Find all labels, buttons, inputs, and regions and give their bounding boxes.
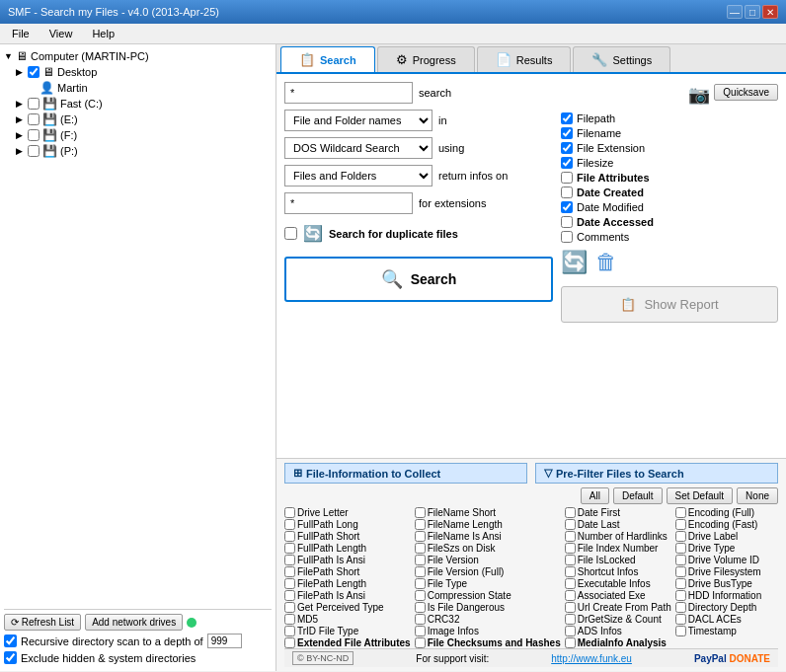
exclude-hidden-checkbox[interactable]: [4, 651, 17, 664]
close-button[interactable]: ✕: [762, 5, 778, 19]
recursive-scan-checkbox[interactable]: [4, 635, 17, 647]
cb-filepath-length-check[interactable]: [284, 578, 295, 589]
cb-timestamp-check[interactable]: [675, 626, 686, 636]
filesize-checkbox[interactable]: [561, 157, 573, 169]
tree-item-desktop[interactable]: ▶ 🖥 Desktop: [4, 64, 272, 80]
tree-check-e[interactable]: [28, 113, 39, 125]
tree-item-p[interactable]: ▶ 💾 (P:): [4, 143, 272, 159]
cb-file-islocked-check[interactable]: [565, 555, 576, 565]
all-button[interactable]: All: [581, 487, 609, 504]
cb-drgetsize-check[interactable]: [565, 614, 576, 625]
cb-hdd-info-check[interactable]: [675, 590, 686, 601]
cb-md5-check[interactable]: [284, 614, 295, 625]
cb-filename-short-check[interactable]: [415, 507, 426, 518]
search-in-select[interactable]: File and Folder names File names Folder …: [284, 110, 432, 131]
tree-item-computer[interactable]: ▼ 🖥 Computer (MARTIN-PC): [4, 48, 272, 64]
camera-icon[interactable]: 📷: [688, 84, 710, 106]
tree-item-martin[interactable]: 👤 Martin: [4, 80, 272, 96]
dateaccessed-checkbox[interactable]: [561, 216, 573, 228]
refresh-list-button[interactable]: ⟳ Refresh List: [4, 614, 81, 631]
cb-num-hardlinks-check[interactable]: [565, 531, 576, 542]
cb-shortcut-infos-check[interactable]: [565, 566, 576, 577]
tab-search[interactable]: 📋 Search: [280, 46, 375, 72]
filepath-checkbox[interactable]: [561, 112, 573, 124]
cb-image-infos-check[interactable]: [415, 626, 426, 636]
cb-filepath-short-check[interactable]: [284, 566, 295, 577]
cb-fullpath-short-check[interactable]: [284, 531, 295, 542]
cb-encoding-fast-check[interactable]: [675, 519, 686, 530]
refresh-icon[interactable]: 🔄: [561, 250, 588, 275]
tree-arrow-computer[interactable]: ▼: [4, 51, 16, 61]
cb-drive-bustype-check[interactable]: [675, 578, 686, 589]
set-default-button[interactable]: Set Default: [667, 487, 733, 504]
add-network-drives-button[interactable]: Add network drives: [85, 614, 183, 631]
cb-exec-infos-check[interactable]: [565, 578, 576, 589]
none-button[interactable]: None: [737, 487, 778, 504]
minimize-button[interactable]: —: [727, 5, 743, 19]
extension-input[interactable]: [284, 192, 413, 214]
tree-arrow-p[interactable]: ▶: [16, 146, 28, 156]
trash-icon[interactable]: 🗑: [595, 250, 617, 275]
search-return-select[interactable]: Files and Folders Files only Folders onl…: [284, 165, 432, 187]
menu-view[interactable]: View: [41, 26, 81, 41]
cb-file-version-check[interactable]: [415, 555, 426, 565]
show-report-button[interactable]: 📋 Show Report: [561, 286, 778, 323]
cb-drive-letter-check[interactable]: [284, 507, 295, 518]
cb-assoc-exe-check[interactable]: [565, 590, 576, 601]
cb-trid-check[interactable]: [284, 626, 295, 636]
tree-arrow-e[interactable]: ▶: [16, 114, 28, 124]
tree-arrow-fastc[interactable]: ▶: [16, 99, 28, 109]
cb-drive-type-check[interactable]: [675, 543, 686, 554]
tab-settings[interactable]: 🔧 Settings: [573, 46, 670, 72]
search-button[interactable]: 🔍 Search: [284, 257, 553, 302]
cb-drive-fs-check[interactable]: [675, 566, 686, 577]
menu-help[interactable]: Help: [84, 26, 122, 41]
tree-check-f[interactable]: [28, 129, 39, 141]
cb-filepath-isansi-check[interactable]: [284, 590, 295, 601]
cb-file-type-check[interactable]: [415, 578, 426, 589]
fileext-checkbox[interactable]: [561, 142, 573, 154]
cb-extended-attrs-check[interactable]: [284, 637, 295, 648]
cb-url-create-check[interactable]: [565, 602, 576, 613]
cb-fullpath-long-check[interactable]: [284, 519, 295, 530]
recursive-depth-input[interactable]: [207, 634, 242, 648]
cb-filename-isansi-check[interactable]: [415, 531, 426, 542]
tree-item-f[interactable]: ▶ 💾 (F:): [4, 127, 272, 143]
support-link[interactable]: http://www.funk.eu: [551, 653, 632, 664]
maximize-button[interactable]: □: [745, 5, 760, 19]
tree-check-desktop[interactable]: [28, 66, 39, 78]
cb-file-version-full-check[interactable]: [415, 566, 426, 577]
cb-dir-depth-check[interactable]: [675, 602, 686, 613]
tree-item-fastc[interactable]: ▶ 💾 Fast (C:): [4, 96, 272, 112]
quicksave-button[interactable]: Quicksave: [714, 84, 778, 101]
filename-checkbox[interactable]: [561, 127, 573, 139]
cb-crc32-check[interactable]: [415, 614, 426, 625]
duplicate-checkbox[interactable]: [284, 227, 297, 240]
cb-compression-check[interactable]: [415, 590, 426, 601]
tree-item-e[interactable]: ▶ 💾 (E:): [4, 112, 272, 127]
cb-file-index-check[interactable]: [565, 543, 576, 554]
cb-mediainfo-check[interactable]: [565, 637, 576, 648]
default-button[interactable]: Default: [613, 487, 663, 504]
cb-fullpath-isansi-check[interactable]: [284, 555, 295, 565]
search-input[interactable]: [284, 82, 413, 104]
cb-perceived-type-check[interactable]: [284, 602, 295, 613]
tab-progress[interactable]: ⚙ Progress: [377, 46, 475, 72]
menu-file[interactable]: File: [4, 26, 38, 41]
cb-drive-volid-check[interactable]: [675, 555, 686, 565]
tree-arrow-desktop[interactable]: ▶: [16, 67, 28, 77]
datecreated-checkbox[interactable]: [561, 187, 573, 198]
cb-drive-label-check[interactable]: [675, 531, 686, 542]
cb-is-dangerous-check[interactable]: [415, 602, 426, 613]
cb-dacl-check[interactable]: [675, 614, 686, 625]
comments-checkbox[interactable]: [561, 231, 573, 243]
cb-filesz-disk-check[interactable]: [415, 543, 426, 554]
tree-arrow-f[interactable]: ▶: [16, 130, 28, 140]
tree-check-fastc[interactable]: [28, 98, 39, 110]
tab-results[interactable]: 📄 Results: [477, 46, 572, 72]
cb-date-first-check[interactable]: [565, 507, 576, 518]
cb-encoding-full-check[interactable]: [675, 507, 686, 518]
tree-check-p[interactable]: [28, 145, 39, 157]
cb-checksums-check[interactable]: [415, 637, 426, 648]
datemodified-checkbox[interactable]: [561, 201, 573, 213]
